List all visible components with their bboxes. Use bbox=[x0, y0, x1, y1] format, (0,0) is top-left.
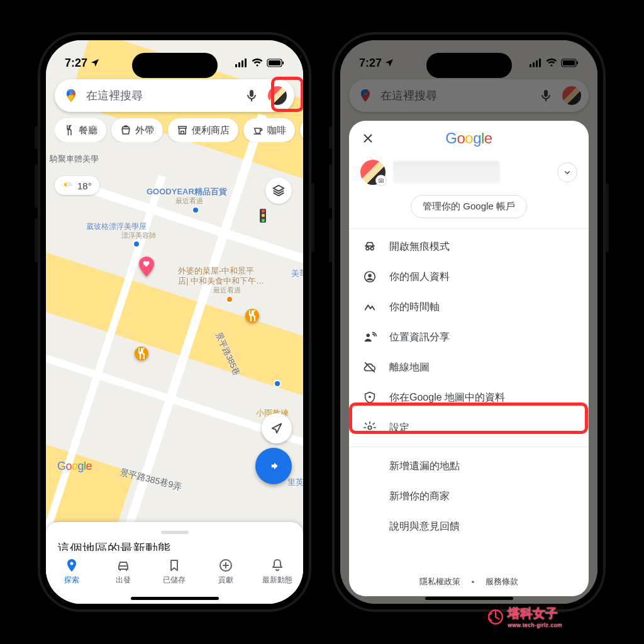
menu-add-business-label: 新增你的商家 bbox=[389, 490, 450, 503]
phone-silent-switch bbox=[35, 126, 38, 149]
account-row[interactable] bbox=[349, 156, 589, 186]
layers-button[interactable] bbox=[265, 177, 292, 204]
svg-rect-15 bbox=[536, 60, 538, 67]
google-wordmark: Google bbox=[445, 130, 492, 147]
menu-offline-maps[interactable]: 離線地圖 bbox=[349, 352, 589, 382]
menu-your-data-label: 你在Google 地圖中的資料 bbox=[389, 391, 505, 404]
map-marker-generic[interactable] bbox=[274, 380, 281, 387]
mic-icon[interactable] bbox=[244, 88, 259, 103]
layers-icon bbox=[272, 184, 286, 197]
weather-pill[interactable]: 18° bbox=[55, 176, 99, 195]
menu-add-missing-place[interactable]: 新增遺漏的地點 bbox=[349, 451, 589, 481]
map-liying-label[interactable]: 里英 bbox=[287, 477, 303, 488]
svg-rect-18 bbox=[563, 60, 575, 65]
watermark-url: www.tech-girlz.com bbox=[508, 622, 562, 628]
chip-restaurants-label: 餐廳 bbox=[79, 125, 97, 136]
phone-frame-right: 7:27 在這裡搜尋 Google bbox=[332, 32, 606, 612]
home-indicator[interactable] bbox=[425, 597, 513, 600]
food-pin-icon-2[interactable] bbox=[134, 346, 149, 366]
manage-account-button[interactable]: 管理你的 Google 帳戶 bbox=[411, 195, 527, 218]
weather-icon bbox=[62, 180, 74, 191]
map-marker-goodyear[interactable] bbox=[192, 206, 199, 214]
chevron-down-icon bbox=[562, 167, 572, 177]
privacy-link[interactable]: 隱私權政策 bbox=[419, 576, 460, 587]
saved-pin-icon[interactable] bbox=[139, 257, 154, 277]
menu-timeline-label: 你的時間軸 bbox=[389, 301, 440, 314]
menu-your-data[interactable]: 你在Google 地圖中的資料 bbox=[349, 382, 589, 413]
offline-cloud-icon bbox=[363, 360, 377, 374]
chip-takeout[interactable]: 外帶 bbox=[111, 118, 163, 142]
svg-point-23 bbox=[368, 274, 372, 277]
menu-add-business[interactable]: 新增你的商家 bbox=[349, 481, 589, 511]
menu-offline-label: 離線地圖 bbox=[389, 361, 430, 374]
battery-icon bbox=[561, 58, 579, 67]
category-chips: 餐廳 外帶 便利商店 咖啡 bbox=[55, 118, 303, 142]
chip-restaurants[interactable]: 餐廳 bbox=[55, 118, 106, 142]
incognito-icon bbox=[363, 240, 377, 253]
tab-updates[interactable]: 最新動態 bbox=[252, 551, 303, 592]
menu-help-feedback[interactable]: 說明與意見回饋 bbox=[349, 511, 589, 541]
profile-icon bbox=[363, 270, 377, 284]
account-avatar-button[interactable] bbox=[267, 85, 288, 106]
menu-incognito[interactable]: 開啟無痕模式 bbox=[349, 231, 589, 262]
directions-fab[interactable] bbox=[255, 448, 292, 484]
home-indicator[interactable] bbox=[131, 597, 219, 600]
google-wordmark: Google bbox=[57, 460, 92, 473]
chip-convenience[interactable]: 便利商店 bbox=[168, 118, 238, 142]
dynamic-island bbox=[132, 53, 218, 78]
location-arrow-icon bbox=[384, 58, 394, 68]
menu-location-sharing[interactable]: 位置資訊分享 bbox=[349, 322, 589, 352]
tos-link[interactable]: 服務條款 bbox=[486, 576, 518, 587]
svg-rect-3 bbox=[238, 62, 240, 67]
map-restaurant-recent: 最近看過 bbox=[213, 286, 241, 295]
map-shop-label: 騎聚車體美學 bbox=[50, 153, 99, 165]
menu-settings[interactable]: 設定 bbox=[349, 413, 589, 443]
menu-help-label: 說明與意見回饋 bbox=[389, 520, 460, 533]
coffee-icon bbox=[252, 125, 264, 136]
food-pin-icon-1[interactable] bbox=[245, 308, 260, 328]
svg-point-21 bbox=[380, 180, 382, 182]
wifi-icon bbox=[252, 58, 263, 67]
gear-icon bbox=[363, 421, 377, 435]
close-button[interactable] bbox=[359, 130, 377, 147]
tab-explore[interactable]: 探索 bbox=[46, 551, 97, 592]
chip-coffee[interactable]: 咖啡 bbox=[243, 118, 295, 142]
phone-power-button bbox=[606, 183, 609, 252]
tab-saved[interactable]: 已儲存 bbox=[149, 551, 201, 592]
shield-icon bbox=[363, 391, 377, 404]
tab-contribute[interactable]: 貢獻 bbox=[200, 551, 252, 592]
tab-explore-label: 探索 bbox=[64, 575, 79, 586]
map-meihua-label[interactable]: 美華 bbox=[291, 268, 303, 279]
account-avatar[interactable] bbox=[360, 160, 386, 185]
recenter-button[interactable] bbox=[262, 413, 292, 443]
screen-left: 騎聚車體美學 GOODYEAR精品百貨 最近看過 葳玻格漂浮美學屋 漂浮美容師 … bbox=[46, 40, 303, 604]
svg-rect-8 bbox=[282, 62, 284, 65]
location-arrow-icon bbox=[90, 58, 100, 68]
menu-timeline[interactable]: 你的時間軸 bbox=[349, 292, 589, 322]
svg-point-11 bbox=[70, 562, 73, 565]
account-name-redacted bbox=[393, 161, 500, 184]
map-marker-salon[interactable] bbox=[133, 240, 140, 248]
tab-saved-label: 已儲存 bbox=[163, 575, 186, 586]
phone-power-button bbox=[311, 183, 314, 252]
status-time: 7:27 bbox=[359, 57, 382, 70]
phone-volume-down bbox=[35, 218, 38, 262]
search-bar[interactable]: 在這裡搜尋 bbox=[55, 79, 294, 112]
weather-temp: 18° bbox=[77, 180, 92, 191]
watermark-brand: 塔科女子 bbox=[508, 606, 558, 620]
cellular-icon bbox=[235, 58, 248, 67]
panel-menu: 開啟無痕模式 你的個人資料 你的時間軸 位置資訊分享 離線地圖 bbox=[349, 231, 589, 570]
chip-gas[interactable] bbox=[300, 118, 303, 142]
chip-coffee-label: 咖啡 bbox=[267, 125, 286, 136]
bookmark-icon bbox=[167, 558, 182, 573]
wifi-icon bbox=[546, 58, 557, 67]
expand-accounts-button[interactable] bbox=[557, 162, 577, 182]
separator-dot: • bbox=[472, 577, 475, 587]
svg-rect-16 bbox=[539, 58, 541, 67]
tab-go[interactable]: 出發 bbox=[97, 551, 149, 592]
sheet-handle[interactable] bbox=[161, 531, 189, 534]
menu-settings-label: 設定 bbox=[389, 421, 409, 435]
location-arrow-outline-icon bbox=[270, 421, 284, 435]
map-marker-restaurant[interactable] bbox=[226, 296, 233, 303]
menu-profile[interactable]: 你的個人資料 bbox=[349, 262, 589, 292]
